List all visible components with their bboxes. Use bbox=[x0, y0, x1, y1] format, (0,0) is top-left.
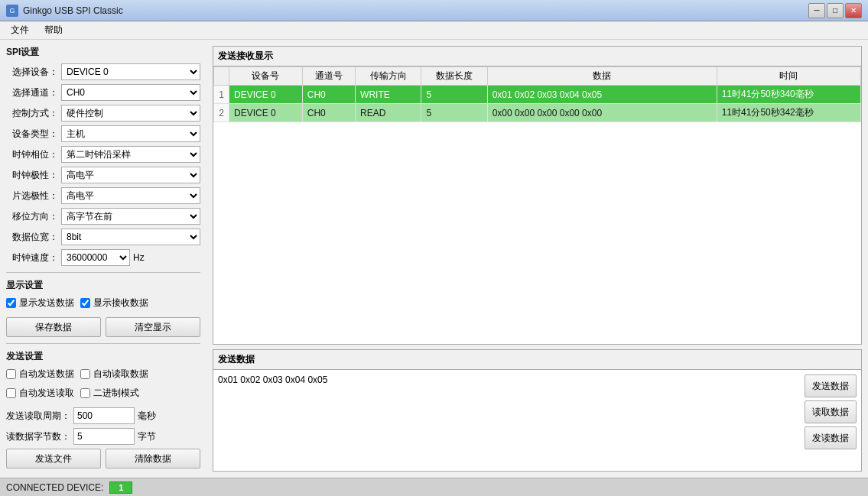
status-label: CONNECTED DEVICE: bbox=[6, 482, 103, 493]
table-cell: 2 bbox=[214, 104, 229, 122]
device-select[interactable]: DEVICE 0 bbox=[61, 63, 200, 80]
send-section-title: 发送数据 bbox=[213, 350, 861, 370]
title-buttons: ─ □ ✕ bbox=[808, 3, 862, 18]
display-section-title: 显示设置 bbox=[6, 279, 200, 292]
clock-polarity-label: 时钟极性： bbox=[6, 169, 61, 182]
channel-select[interactable]: CH0 bbox=[61, 84, 200, 101]
menu-file[interactable]: 文件 bbox=[3, 22, 37, 38]
table-cell: 11时41分50秒342毫秒 bbox=[717, 104, 860, 122]
send-file-buttons: 发送文件 清除数据 bbox=[6, 449, 200, 468]
spi-section-title: SPI设置 bbox=[6, 46, 200, 59]
device-type-select[interactable]: 主机 bbox=[61, 125, 200, 142]
right-panel: 发送接收显示 设备号 通道号 传输方向 数据长度 数据 时间 bbox=[206, 40, 868, 478]
display-buttons: 保存数据 清空显示 bbox=[6, 317, 200, 337]
clock-polarity-row: 时钟极性： 高电平 bbox=[6, 167, 200, 183]
device-type-row: 设备类型： 主机 bbox=[6, 125, 200, 142]
send-text-display: 0x01 0x02 0x03 0x04 0x05 bbox=[213, 370, 800, 471]
table-cell: 5 bbox=[421, 104, 487, 122]
read-bytes-label: 读数据字节数： bbox=[6, 430, 70, 443]
clear-data-button[interactable]: 清除数据 bbox=[106, 449, 200, 468]
device-type-label: 设备类型： bbox=[6, 128, 61, 141]
table-cell: 11时41分50秒340毫秒 bbox=[717, 86, 860, 104]
read-bytes-row: 读数据字节数： 字节 bbox=[6, 428, 200, 445]
clock-phase-row: 时钟相位： 第二时钟沿采样 bbox=[6, 146, 200, 163]
table-cell: DEVICE 0 bbox=[229, 104, 303, 122]
read-bytes-input[interactable] bbox=[73, 428, 135, 445]
control-select[interactable]: 硬件控制 bbox=[61, 105, 200, 122]
send-data-button[interactable]: 发送数据 bbox=[805, 374, 857, 397]
app-title: Ginkgo USB SPI Classic bbox=[23, 5, 123, 16]
table-header-row: 设备号 通道号 传输方向 数据长度 数据 时间 bbox=[214, 67, 861, 86]
show-send-label: 显示发送数据 bbox=[19, 297, 74, 310]
data-table: 设备号 通道号 传输方向 数据长度 数据 时间 1DEVICE 0CH0WRIT… bbox=[213, 66, 861, 122]
auto-send-read-row: 自动发送读取 bbox=[6, 387, 74, 400]
table-cell: 0x01 0x02 0x03 0x04 0x05 bbox=[487, 86, 717, 104]
table-section: 发送接收显示 设备号 通道号 传输方向 数据长度 数据 时间 bbox=[213, 46, 862, 345]
read-data-button[interactable]: 读取数据 bbox=[805, 400, 857, 423]
shift-dir-row: 移位方向： 高字节在前 bbox=[6, 208, 200, 225]
send-buttons: 发送数据 读取数据 发读数据 bbox=[800, 370, 861, 471]
menu-help[interactable]: 帮助 bbox=[37, 22, 70, 38]
auto-read-checkbox[interactable] bbox=[80, 369, 90, 379]
control-row: 控制方式： 硬件控制 bbox=[6, 105, 200, 122]
binary-mode-checkbox[interactable] bbox=[80, 388, 90, 398]
col-data: 数据 bbox=[487, 67, 717, 86]
send-section: 发送数据 0x01 0x02 0x03 0x04 0x05 发送数据 读取数据 … bbox=[213, 349, 862, 472]
table-cell: 1 bbox=[214, 86, 229, 104]
table-row[interactable]: 1DEVICE 0CH0WRITE50x01 0x02 0x03 0x04 0x… bbox=[214, 86, 861, 104]
close-button[interactable]: ✕ bbox=[845, 3, 862, 18]
table-cell: 5 bbox=[421, 86, 487, 104]
app-icon: G bbox=[6, 5, 18, 17]
auto-send-checkbox[interactable] bbox=[6, 369, 16, 379]
shift-dir-label: 移位方向： bbox=[6, 210, 61, 223]
show-recv-row: 显示接收数据 bbox=[80, 297, 148, 310]
minimize-button[interactable]: ─ bbox=[808, 3, 825, 18]
send-file-button[interactable]: 发送文件 bbox=[6, 449, 101, 468]
col-num bbox=[214, 67, 229, 86]
save-data-button[interactable]: 保存数据 bbox=[6, 317, 101, 337]
binary-mode-row: 二进制模式 bbox=[80, 387, 139, 400]
hz-label: Hz bbox=[133, 252, 145, 263]
table-container[interactable]: 设备号 通道号 传输方向 数据长度 数据 时间 1DEVICE 0CH0WRIT… bbox=[213, 66, 861, 344]
divider-2 bbox=[6, 343, 200, 344]
title-bar-left: G Ginkgo USB SPI Classic bbox=[6, 5, 123, 17]
show-recv-checkbox[interactable] bbox=[80, 298, 90, 308]
send-read-period-input[interactable] bbox=[73, 407, 135, 424]
channel-row: 选择通道： CH0 bbox=[6, 84, 200, 101]
table-cell: READ bbox=[356, 104, 421, 122]
table-head: 设备号 通道号 传输方向 数据长度 数据 时间 bbox=[214, 67, 861, 86]
data-bits-select[interactable]: 8bit bbox=[61, 229, 200, 245]
clock-polarity-select[interactable]: 高电平 bbox=[61, 167, 200, 183]
table-row[interactable]: 2DEVICE 0CH0READ50x00 0x00 0x00 0x00 0x0… bbox=[214, 104, 861, 122]
send-read-period-label: 发送读取周期： bbox=[6, 410, 70, 423]
col-direction: 传输方向 bbox=[356, 67, 421, 86]
auto-send-read-checkbox[interactable] bbox=[6, 388, 16, 398]
clear-display-button[interactable]: 清空显示 bbox=[106, 317, 200, 337]
clock-speed-select[interactable]: 36000000 bbox=[61, 249, 130, 266]
status-bar: CONNECTED DEVICE: 1 bbox=[0, 478, 868, 496]
clock-speed-row: 时钟速度： 36000000 Hz bbox=[6, 249, 200, 266]
status-indicator: 1 bbox=[109, 481, 132, 494]
shift-dir-select[interactable]: 高字节在前 bbox=[61, 208, 200, 225]
table-cell: CH0 bbox=[302, 86, 355, 104]
auto-send-read-label: 自动发送读取 bbox=[19, 387, 74, 400]
write-data-button[interactable]: 发读数据 bbox=[805, 426, 857, 449]
show-send-checkbox[interactable] bbox=[6, 298, 16, 308]
col-channel: 通道号 bbox=[302, 67, 355, 86]
chip-select-select[interactable]: 高电平 bbox=[61, 187, 200, 204]
table-body: 1DEVICE 0CH0WRITE50x01 0x02 0x03 0x04 0x… bbox=[214, 86, 861, 122]
maximize-button[interactable]: □ bbox=[827, 3, 844, 18]
send-checkboxes-row2: 自动发送读取 二进制模式 bbox=[6, 387, 200, 403]
auto-send-row: 自动发送数据 bbox=[6, 368, 74, 381]
chip-select-row: 片选极性： 高电平 bbox=[6, 187, 200, 204]
col-device: 设备号 bbox=[229, 67, 303, 86]
auto-send-label: 自动发送数据 bbox=[19, 368, 74, 381]
data-bits-row: 数据位宽： 8bit bbox=[6, 229, 200, 245]
col-length: 数据长度 bbox=[421, 67, 487, 86]
data-bits-label: 数据位宽： bbox=[6, 231, 61, 244]
table-cell: CH0 bbox=[302, 104, 355, 122]
main-content: SPI设置 选择设备： DEVICE 0 选择通道： CH0 控制方式： 硬件控… bbox=[0, 40, 868, 478]
show-recv-label: 显示接收数据 bbox=[93, 297, 148, 310]
clock-phase-select[interactable]: 第二时钟沿采样 bbox=[61, 146, 200, 163]
binary-mode-label: 二进制模式 bbox=[93, 387, 139, 400]
